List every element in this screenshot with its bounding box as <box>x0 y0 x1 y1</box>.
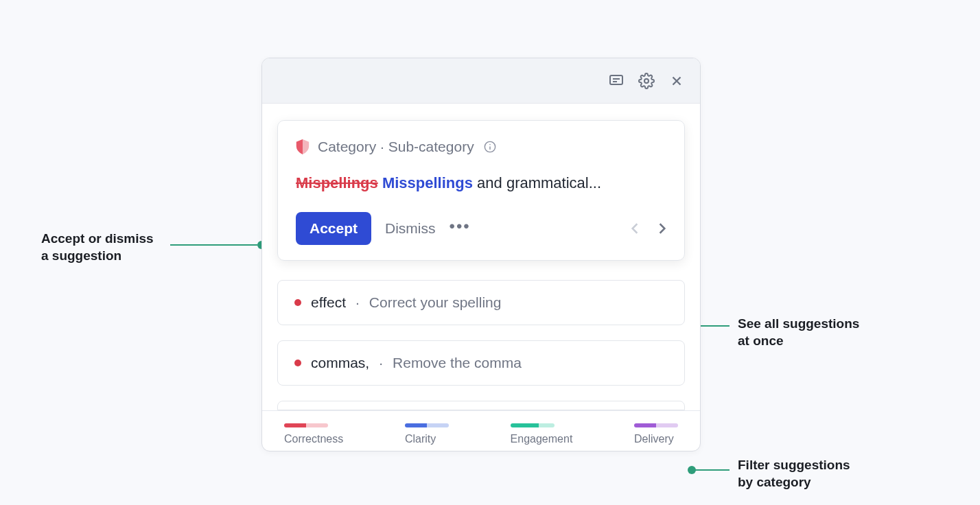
suggestion-word: commas, <box>311 355 369 371</box>
suggestion-card-collapsed[interactable]: commas, · Remove the comma <box>277 340 685 386</box>
correction-word: Misspellings <box>382 174 473 191</box>
annotation-accept-dismiss: Accept or dismissa suggestion <box>41 231 154 264</box>
nav-arrows <box>631 222 666 235</box>
card-meta: Category · Sub-category <box>296 139 666 155</box>
connector-dot <box>688 466 696 474</box>
filter-bar-icon <box>634 423 678 427</box>
suggestion-card-peek[interactable] <box>277 401 685 410</box>
filter-correctness[interactable]: Correctness <box>284 423 343 445</box>
card-actions: Accept Dismiss ••• <box>296 212 666 245</box>
annotation-filter-category: Filter suggestionsby category <box>738 457 850 491</box>
category-filter-bar: Correctness Clarity Engagement Delivery <box>262 410 700 451</box>
next-arrow-icon[interactable] <box>658 222 666 235</box>
filter-label: Engagement <box>511 433 573 445</box>
separator: · <box>379 355 383 371</box>
suggestion-word: effect <box>311 294 346 311</box>
filter-delivery[interactable]: Delivery <box>634 423 678 445</box>
suggestion-card-expanded: Category · Sub-category Mispellings Miss… <box>277 120 685 261</box>
suggestion-description: Remove the comma <box>393 355 522 371</box>
filter-label: Correctness <box>284 433 343 445</box>
filter-engagement[interactable]: Engagement <box>511 423 573 445</box>
comment-icon[interactable] <box>608 73 625 89</box>
panel-header <box>262 58 700 104</box>
panel-body: Category · Sub-category Mispellings Miss… <box>262 104 700 410</box>
info-icon[interactable] <box>484 141 496 153</box>
gear-icon[interactable] <box>638 73 655 89</box>
strikethrough-word: Mispellings <box>296 174 378 191</box>
filter-clarity[interactable]: Clarity <box>405 423 449 445</box>
filter-bar-icon <box>284 423 328 427</box>
filter-bar-icon <box>405 423 449 427</box>
suggestion-text: Mispellings Misspellings and grammatical… <box>296 173 666 194</box>
dismiss-button[interactable]: Dismiss <box>385 220 436 237</box>
category-label: Category · Sub-category <box>318 139 474 155</box>
suggestion-description: Correct your spelling <box>369 294 502 311</box>
shield-icon <box>296 139 310 154</box>
category-dot-icon <box>294 299 301 306</box>
filter-label: Delivery <box>634 433 674 445</box>
accept-button[interactable]: Accept <box>296 212 371 245</box>
more-icon[interactable]: ••• <box>450 218 471 239</box>
suggestions-panel: Category · Sub-category Mispellings Miss… <box>261 58 701 451</box>
suggestion-card-collapsed[interactable]: effect · Correct your spelling <box>277 280 685 325</box>
connector-line <box>692 469 730 471</box>
close-icon[interactable] <box>668 73 685 89</box>
svg-rect-0 <box>610 75 622 84</box>
svg-point-1 <box>644 79 649 83</box>
prev-arrow-icon[interactable] <box>631 222 639 235</box>
filter-label: Clarity <box>405 433 436 445</box>
filter-bar-icon <box>511 423 555 427</box>
separator: · <box>355 294 360 311</box>
trailing-text: and grammatical... <box>477 174 601 191</box>
annotation-see-all: See all suggestionsat once <box>738 316 859 349</box>
category-dot-icon <box>294 360 301 366</box>
connector-line <box>170 244 257 246</box>
